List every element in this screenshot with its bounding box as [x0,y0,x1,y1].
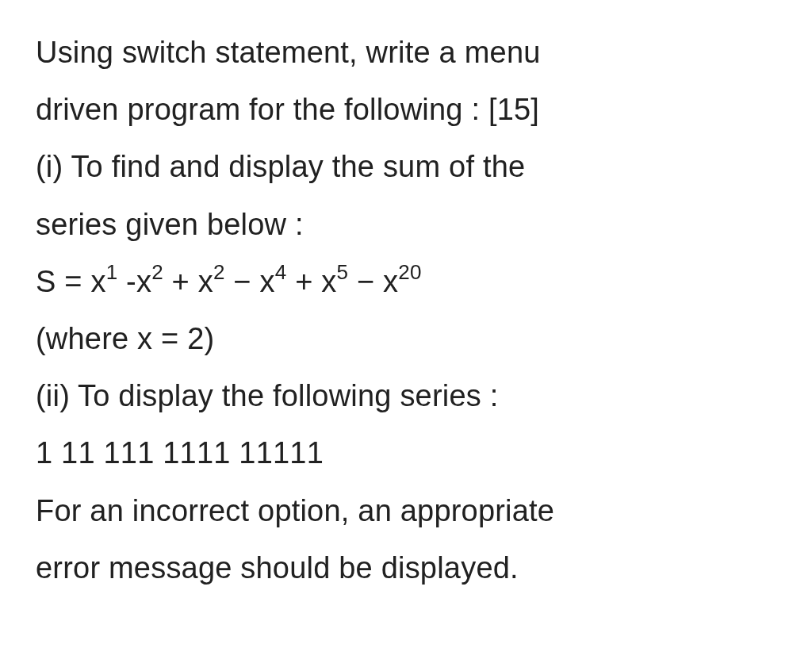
error-message-line-1: For an incorrect option, an appropriate [36,482,776,539]
question-part-i-line-1: (i) To find and display the sum of the [36,138,776,195]
formula-segment: S = x [36,265,106,298]
question-line-1: Using switch statement, write a menu [36,24,776,81]
formula-exponent: 4 [275,260,287,284]
formula-segment: + x [286,265,336,298]
error-message-line-2: error message should be displayed. [36,539,776,596]
formula-exponent: 2 [151,260,163,284]
question-part-i-line-2: series given below : [36,196,776,253]
formula-exponent: 5 [336,260,348,284]
formula-segment: + x [163,265,213,298]
formula-exponent: 20 [398,260,421,284]
formula-segment: − x [348,265,398,298]
formula-exponent: 2 [213,260,225,284]
question-line-2: driven program for the following : [15] [36,81,776,138]
where-x-line: (where x = 2) [36,310,776,367]
question-part-ii-line: (ii) To display the following series : [36,367,776,424]
formula-segment: − x [225,265,275,298]
series-line: 1 11 111 1111 11111 [36,424,776,481]
formula-segment: -x [117,265,151,298]
formula-exponent: 1 [106,260,118,284]
formula-line: S = x1 -x2 + x2 − x4 + x5 − x20 [36,253,776,310]
